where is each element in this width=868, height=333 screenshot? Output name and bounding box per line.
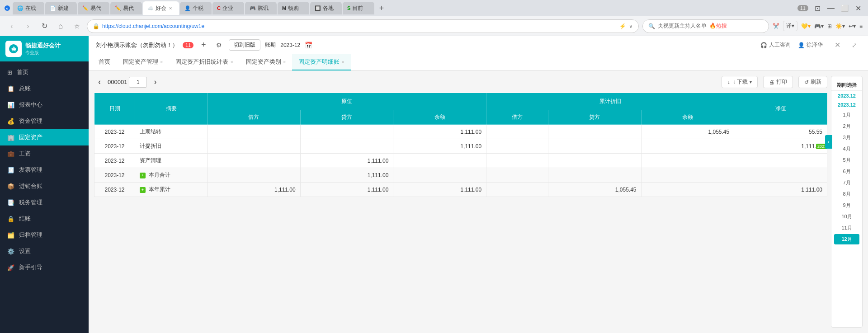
page-tab-fixed-assets-mgmt[interactable]: 固定资产管理 × — [117, 54, 169, 70]
support-btn[interactable]: 🎧 人工咨询 — [760, 41, 791, 49]
page-tab-depreciation[interactable]: 固定资产折旧统计表 × — [169, 54, 239, 70]
period-month-9[interactable]: 9月 — [834, 200, 859, 211]
sidebar-item-archive[interactable]: 🗂️ 归档管理 — [0, 227, 89, 243]
sidebar-item-guide[interactable]: 🚀 新手引导 — [0, 259, 89, 276]
period-month-3[interactable]: 3月 — [834, 132, 859, 143]
refresh-btn[interactable]: ↺ 刷新 — [798, 76, 827, 88]
download-caret: ▾ — [750, 80, 752, 84]
period-month-1[interactable]: 1月 — [834, 110, 859, 120]
switch-version-btn[interactable]: 切到旧版 — [229, 39, 260, 51]
nav-home[interactable]: ⌂ — [54, 20, 67, 33]
nav-refresh[interactable]: ↻ — [38, 20, 51, 33]
tab-close-1[interactable]: × — [160, 59, 163, 65]
row4-summary: + 本月合计 — [135, 168, 208, 183]
row5-net-value: 1,111.00 — [734, 183, 827, 197]
tab-close-3[interactable]: × — [283, 59, 286, 65]
tab-add-button[interactable]: + — [375, 2, 388, 14]
sidebar-item-reports[interactable]: 📊 报表中心 — [0, 97, 89, 113]
page-number-input[interactable] — [129, 77, 147, 88]
expand-left-btn[interactable]: ‹ — [825, 135, 832, 149]
page-tab-detail-active[interactable]: 固定资产明细账 × — [292, 54, 350, 70]
app-layout: 会 畅捷通好会计 专业版 ⊞ 首页 📋 总账 📊 报表中心 💰 资金管理 — [0, 36, 868, 333]
download-btn[interactable]: ↓ ↓ 下载 ▾ — [722, 76, 758, 88]
period-month-2[interactable]: 2月 — [834, 121, 859, 131]
tab-qiye[interactable]: C 企业 — [212, 2, 244, 14]
address-bar[interactable]: 🔒 https://cloud.chanjet.com/accounting/u… — [87, 19, 639, 33]
sidebar-item-ledger[interactable]: 📋 总账 — [0, 80, 89, 97]
table-row: 2023-12 资产清理 1,111.00 — [94, 154, 827, 168]
period-year-start[interactable]: 2023.12 — [836, 92, 857, 100]
row3-orig-balance — [393, 154, 486, 168]
sidebar-item-home[interactable]: ⊞ 首页 — [0, 64, 89, 80]
nav-forward[interactable]: › — [22, 20, 34, 33]
period-month-7[interactable]: 7月 — [834, 178, 859, 188]
calendar-icon[interactable]: 📅 — [305, 42, 312, 49]
sidebar-item-invoice[interactable]: 🧾 发票管理 — [0, 162, 89, 178]
sidebar-item-tax[interactable]: 📑 税务管理 — [0, 194, 89, 211]
header-add-btn[interactable]: + — [198, 40, 209, 51]
tab-yidai-1[interactable]: ✏️ 易代 — [78, 2, 109, 14]
sidebar-item-funds[interactable]: 💰 资金管理 — [0, 113, 89, 129]
row2-orig-debit — [208, 139, 301, 154]
window-maximize[interactable]: ⬜ — [838, 2, 851, 14]
tab-online[interactable]: 🌐 在线 — [13, 2, 44, 14]
window-minimize[interactable]: — — [825, 2, 837, 14]
user-btn[interactable]: 👤 徐泽华 — [798, 41, 823, 49]
window-new-tab[interactable]: ⊡ — [811, 2, 824, 14]
sidebar-item-inventory[interactable]: 📦 进销台账 — [0, 178, 89, 194]
sidebar-item-fixed-assets[interactable]: 🏢 固定资产 — [0, 129, 89, 145]
fixed-assets-icon: 🏢 — [7, 134, 14, 141]
row5-dep-debit — [486, 183, 548, 197]
page-tab-home[interactable]: 首页 — [92, 54, 117, 70]
browser-action-translate[interactable]: 译▾ — [783, 21, 797, 31]
browser-action-game[interactable]: 🎮▾ — [814, 23, 824, 29]
period-year-end[interactable]: 2023.12 — [836, 101, 857, 109]
nav-back[interactable]: ‹ — [5, 20, 18, 33]
tab-haohui-close[interactable]: × — [169, 5, 172, 11]
tab-tencent[interactable]: 🎮 腾讯 — [245, 2, 277, 14]
sidebar-item-closing[interactable]: 🔒 结账 — [0, 211, 89, 227]
browser-action-wallet[interactable]: 💛▾ — [801, 23, 811, 29]
browser-action-grid[interactable]: ⊞ — [827, 23, 832, 29]
app-window-maximize[interactable]: ⤢ — [848, 39, 861, 52]
download-icon: ↓ — [727, 79, 730, 85]
period-month-11[interactable]: 11月 — [834, 223, 859, 233]
browser-action-menu[interactable]: ≡ — [859, 23, 863, 29]
address-expand-icon[interactable]: ∨ — [629, 23, 633, 29]
page-tab-category[interactable]: 固定资产类别 × — [240, 54, 292, 70]
tab-gedi[interactable]: 🔲 各地 — [310, 2, 342, 14]
period-month-6[interactable]: 6月 — [834, 166, 859, 177]
browser-action-scissors[interactable]: ✂️ — [773, 23, 779, 29]
sidebar-item-payroll[interactable]: 💼 工资 — [0, 145, 89, 162]
row1-date: 2023-12 — [94, 125, 135, 139]
period-month-4[interactable]: 4月 — [834, 144, 859, 154]
app-window-close[interactable]: ✕ — [831, 39, 844, 52]
tab-mubiao[interactable]: S 目前 — [343, 2, 374, 14]
tab-haohui-active[interactable]: ☁️ 好会 × — [143, 1, 179, 15]
window-close[interactable]: ✕ — [852, 2, 864, 14]
header-settings-btn[interactable]: ⚙ — [213, 40, 224, 51]
nav-bookmark[interactable]: ☆ — [71, 20, 83, 33]
sidebar-item-settings[interactable]: ⚙️ 设置 — [0, 243, 89, 259]
tab-new[interactable]: 📄 新建 — [45, 2, 77, 14]
tab-geshui[interactable]: 👤 个税 — [180, 2, 212, 14]
tab-close-4[interactable]: × — [341, 59, 344, 65]
period-month-12-active[interactable]: 12月 — [834, 234, 859, 244]
closing-icon: 🔒 — [7, 216, 14, 222]
tab-close-2[interactable]: × — [230, 59, 233, 65]
browser-action-history[interactable]: ↩▾ — [849, 23, 856, 29]
tab-chang[interactable]: M 畅购 — [278, 2, 309, 14]
print-btn[interactable]: 🖨 打印 — [763, 76, 793, 88]
next-page-btn[interactable]: › — [150, 77, 160, 88]
row2-orig-credit — [300, 139, 393, 154]
prev-page-btn[interactable]: ‹ — [94, 77, 105, 88]
period-month-8[interactable]: 8月 — [834, 189, 859, 199]
address-bar-row: ‹ › ↻ ⌂ ☆ 🔒 https://cloud.chanjet.com/ac… — [0, 16, 868, 36]
browser-action-theme[interactable]: ☀️▾ — [835, 23, 845, 29]
row2-orig-balance: 1,111.00 — [393, 139, 486, 154]
tab-yidai-2[interactable]: ✏️ 易代 — [110, 2, 142, 14]
search-bar[interactable]: 🔍 央视更新主持人名单 🔥热搜 — [642, 19, 769, 33]
period-month-10[interactable]: 10月 — [834, 211, 859, 222]
toolbar-actions: ↓ ↓ 下载 ▾ 🖨 打印 ↺ 刷新 — [722, 76, 827, 88]
period-month-5[interactable]: 5月 — [834, 155, 859, 165]
